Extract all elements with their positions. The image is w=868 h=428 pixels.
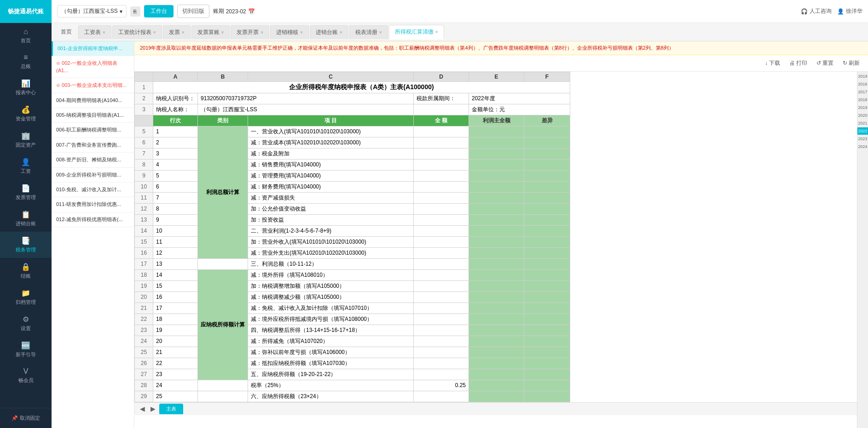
toolbar: ↓ 下载 🖨 打印 ↺ 重置 ↻ 刷新 [134, 55, 868, 72]
assets-icon: 🏢 [21, 131, 30, 140]
table-row: 17 13 三、利润总额（10-11-12） [135, 258, 570, 269]
sales-icon: 📋 [21, 210, 30, 219]
left-panel-item-011[interactable]: 011-研发费用加计扣除优惠... [52, 197, 134, 212]
taxpayer-id-value: 91320500703719732P [198, 93, 414, 104]
timeline-2018[interactable]: 2018 [857, 96, 868, 103]
tab-salary-report[interactable]: 工资统计报表 × [112, 25, 162, 39]
close-icon[interactable]: × [103, 30, 105, 35]
sidebar-item-tax[interactable]: 📑 税务管理 [0, 232, 52, 258]
timeline-2016[interactable]: 2016 [857, 80, 868, 88]
workbench-button[interactable]: 工作台 [144, 5, 174, 17]
row-number: 3 [135, 104, 153, 115]
timeline-2022[interactable]: 2022 [857, 127, 868, 135]
left-panel-item-001[interactable]: 001-企业所得税年度纳税申... [52, 41, 134, 56]
timeline-2019[interactable]: 2019 [857, 104, 868, 111]
tab-tax-form[interactable]: 税表清册 × [349, 25, 388, 39]
close-icon[interactable]: × [340, 30, 342, 35]
sidebar-item-guide[interactable]: 🆕 新手引导 [0, 337, 52, 363]
tab-salary[interactable]: 工资表 × [78, 25, 111, 39]
sheet-nav-right[interactable]: ▶ [149, 404, 157, 413]
sidebar-item-ledger[interactable]: ≡ 总账 [0, 49, 52, 74]
timeline-2023[interactable]: 2023 [857, 135, 868, 143]
unpin-button[interactable]: 📌 取消固定 [0, 412, 52, 424]
tab-sales-ledger[interactable]: 进销台账 × [310, 25, 348, 39]
close-icon[interactable]: × [260, 30, 263, 35]
sidebar-item-label: 进销台账 [16, 220, 36, 227]
left-panel-item-005[interactable]: 005-纳税调整项目明细表(A1... [52, 108, 134, 123]
reset-button[interactable]: ↺ 重置 [814, 58, 836, 68]
col-header-e: E [469, 72, 524, 81]
table-row: 18 14 应纳税所得额计算 减：境外所得（填写A108010） [135, 269, 570, 280]
cutdate-button[interactable]: 切到旧版 [177, 5, 209, 18]
reset-icon: ↺ [816, 60, 821, 66]
sidebar-item-capital[interactable]: 💰 资金管理 [0, 101, 52, 127]
tab-income-tax[interactable]: 所得税汇算清缴 × [389, 25, 444, 40]
tab-invoice-open[interactable]: 发票开票 × [231, 25, 269, 39]
tax-period-value: 2022年度 [469, 93, 570, 104]
download-button[interactable]: ↓ 下载 [762, 58, 783, 68]
left-panel-item-008[interactable]: 008-资产折旧、摊销及纳税... [52, 153, 134, 167]
tab-home[interactable]: 首页 [55, 25, 77, 39]
copy-icon[interactable]: ⎘ [130, 6, 140, 17]
taxpayer-id-label: 纳税人识别号： [153, 93, 198, 104]
guide-icon: 🆕 [21, 341, 30, 350]
close-icon[interactable]: × [300, 30, 303, 35]
close-icon[interactable]: × [379, 30, 382, 35]
download-icon: ↓ [765, 60, 768, 66]
calendar-icon[interactable]: 📅 [248, 8, 255, 15]
sidebar-item-invoice[interactable]: 📄 发票管理 [0, 179, 52, 205]
sheet-nav-left[interactable]: ◀ [138, 404, 147, 413]
close-icon[interactable]: × [182, 30, 185, 35]
timeline-2024[interactable]: 2024 [857, 143, 868, 150]
sidebar-item-label: 总账 [21, 63, 31, 70]
table-row: 29 25 六、应纳所得税额（23×24） [135, 391, 570, 402]
main-area: （勾册）江西服宝-LSS ▾ ⎘ 工作台 切到旧版 账期 2023-02 📅 🎧… [52, 0, 868, 428]
left-panel-item-002[interactable]: 002-一般企业收入明细表(A1... [52, 56, 134, 78]
table-row: 5 1 利润总额计算 一、营业收入(填写A101010\101020\10300… [135, 126, 570, 137]
print-button[interactable]: 🖨 打印 [787, 58, 810, 68]
sidebar-item-archive[interactable]: 📁 归档管理 [0, 284, 52, 310]
sidebar-item-close[interactable]: 🔒 结账 [0, 258, 52, 284]
col-rownum-header: 行次 [153, 115, 198, 126]
left-panel-item-006[interactable]: 006-职工薪酬纳税调整明细... [52, 123, 134, 137]
sidebar-item-home[interactable]: ⌂ 首页 [0, 23, 52, 49]
topbar: （勾册）江西服宝-LSS ▾ ⎘ 工作台 切到旧版 账期 2023-02 📅 🎧… [52, 0, 868, 23]
close-icon[interactable]: × [221, 30, 224, 35]
close-icon[interactable]: × [153, 30, 156, 35]
left-panel-item-007[interactable]: 007-广告费和业务宣传费跑... [52, 138, 134, 153]
sidebar-item-sales[interactable]: 📋 进销台账 [0, 205, 52, 232]
tab-invoice[interactable]: 发票 × [163, 25, 191, 39]
user-profile[interactable]: 👤 徐洋华 [837, 7, 862, 15]
tab-sales-check[interactable]: 进销稽核 × [270, 25, 309, 39]
sheet-tab-main[interactable]: 主表 [159, 404, 183, 414]
unit-label: 金额单位：元 [469, 104, 570, 115]
left-panel-item-009[interactable]: 009-企业所得税补亏损明细... [52, 168, 134, 183]
right-timeline: 2019 2016 2017 2018 2019 2020 2021 2022 … [857, 72, 868, 428]
sidebar-item-salary[interactable]: 👤 工资 [0, 153, 52, 179]
timeline-2019-top[interactable]: 2019 [857, 73, 868, 80]
sidebar-item-settings[interactable]: ⚙ 设置 [0, 310, 52, 337]
left-panel-item-003[interactable]: 003-一般企业成本支出明细... [52, 78, 134, 93]
sidebar-item-assets[interactable]: 🏢 固定资产 [0, 127, 52, 153]
refresh-button[interactable]: ↻ 刷新 [840, 58, 862, 68]
left-panel-item-004[interactable]: 004-期间费用明细表(A1040... [52, 93, 134, 108]
timeline-2017[interactable]: 2017 [857, 88, 868, 96]
sidebar-item-member[interactable]: V 畅会员 [0, 363, 52, 388]
ai-assistant[interactable]: 🎧 人工咨询 [801, 7, 832, 15]
spreadsheet-wrapper: A B C D E F 1 企业所 [134, 72, 868, 428]
sidebar-item-report[interactable]: 📊 报表中心 [0, 74, 52, 101]
invoice-icon: 📄 [21, 184, 30, 193]
tab-invoice-calc[interactable]: 发票算账 × [191, 25, 230, 39]
timeline-2021[interactable]: 2021 [857, 120, 868, 127]
left-panel-item-012[interactable]: 012-减免所得税优惠明细表(... [52, 212, 134, 227]
sidebar-item-label: 畅会员 [18, 377, 34, 384]
sidebar-item-label: 新手引导 [16, 351, 36, 358]
timeline-2020[interactable]: 2020 [857, 112, 868, 119]
company-selector[interactable]: （勾册）江西服宝-LSS ▾ [57, 5, 127, 17]
close-icon[interactable]: × [435, 29, 438, 34]
left-panel-item-010[interactable]: 010-免税、减计收入及加计... [52, 183, 134, 197]
col-profit-header: 利润主全额 [469, 115, 524, 126]
spreadsheet-container[interactable]: A B C D E F 1 企业所 [134, 72, 857, 428]
username: 徐洋华 [846, 7, 862, 15]
table-row: 28 24 税率（25%） 0.25 [135, 380, 570, 391]
